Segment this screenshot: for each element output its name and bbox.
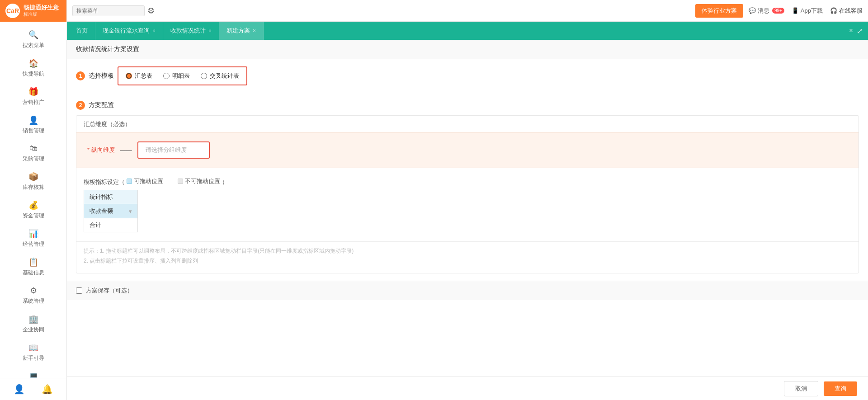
- step1-label: 选择模板: [89, 72, 114, 80]
- cancel-button[interactable]: 取消: [784, 381, 818, 396]
- download-button[interactable]: 📱 App下载: [792, 7, 823, 15]
- movable-legend-dot: [127, 179, 132, 184]
- fixed-legend-label: 不可拖动位置: [185, 177, 220, 185]
- legend-separator: [167, 179, 173, 185]
- breadcrumb-area: ⚙: [72, 5, 690, 16]
- tab-bank[interactable]: 现金银行流水查询×: [95, 22, 163, 40]
- sidebar-item-base-info[interactable]: 📋基础信息: [0, 253, 66, 281]
- sidebar-item-marketing[interactable]: 🎁营销推广: [0, 82, 66, 111]
- step1-badge: 1: [76, 71, 85, 80]
- template-radio-detail[interactable]: [163, 73, 170, 79]
- template-radio-cross[interactable]: [201, 73, 207, 79]
- industry-button[interactable]: 体验行业方案: [695, 4, 743, 18]
- sidebar-bottom-icon-1[interactable]: 👤: [14, 384, 25, 395]
- template-radio-summary[interactable]: [126, 73, 132, 79]
- bottom-bar: 取消 查询: [67, 376, 868, 400]
- sidebar-item-label: 营销推广: [23, 99, 44, 106]
- query-button[interactable]: 查询: [824, 381, 857, 396]
- tab-label: 现金银行流水查询: [103, 27, 150, 35]
- template-option-label-summary: 汇总表: [135, 72, 152, 80]
- sidebar-item-label: 资金管理: [23, 212, 44, 220]
- step2-badge: 2: [76, 101, 85, 110]
- sidebar-item-hardware[interactable]: 💻智能硬件: [0, 367, 66, 378]
- sidebar-item-guide[interactable]: 📖新手引导: [0, 338, 66, 367]
- service-button[interactable]: 🎧 在线客服: [830, 7, 863, 15]
- tip-line-1: 提示：1. 拖动标题栏可以调整布局，不可跨维度或指标区域拖动栏目字段(只能在同一…: [84, 246, 851, 256]
- sidebar-bottom: 👤 🔔: [0, 378, 66, 400]
- save-checkbox[interactable]: [76, 287, 82, 294]
- page-header: 收款情况统计方案设置: [67, 40, 868, 59]
- step1-title-row: 1 选择模板 汇总表明细表交叉统计表: [76, 66, 859, 85]
- marketing-icon: 🎁: [28, 87, 38, 97]
- sidebar-item-system[interactable]: ⚙系统管理: [0, 281, 66, 310]
- tab-expand-icon[interactable]: ⤢: [857, 27, 863, 35]
- topbar-right: 💬 消息 99+ 📱 App下载 🎧 在线客服: [749, 7, 863, 15]
- inventory-icon: 📦: [28, 172, 38, 182]
- tab-close-all-icon[interactable]: ×: [849, 27, 853, 35]
- gear-icon[interactable]: ⚙: [147, 6, 155, 16]
- sidebar-item-label: 新手引导: [23, 354, 44, 362]
- sidebar-item-label: 系统管理: [23, 297, 44, 305]
- template-option-label-detail: 明细表: [172, 72, 190, 80]
- sidebar-item-inventory[interactable]: 📦库存核算: [0, 167, 66, 196]
- sidebar-item-purchase[interactable]: 🛍采购管理: [0, 139, 66, 167]
- step1-section: 1 选择模板 汇总表明细表交叉统计表: [67, 59, 868, 99]
- tab-new-plan[interactable]: 新建方案×: [219, 22, 264, 40]
- main-content: 收款情况统计方案设置 1 选择模板 汇总表明细表交叉统计表 2 方案配置: [67, 40, 868, 376]
- logo-text: 畅捷通好生意: [24, 4, 59, 11]
- download-icon: 📱: [792, 7, 799, 14]
- step2-section: 2 方案配置 汇总维度（必选） * 纵向维度 —— 请选择分组维度: [67, 99, 868, 281]
- metrics-table: 统计指标 收款金额 ▾ 合计: [84, 190, 138, 232]
- step2-title-row: 2 方案配置: [76, 101, 859, 110]
- dim-arrow: ——: [120, 147, 132, 154]
- sidebar-item-finance[interactable]: 💰资金管理: [0, 196, 66, 224]
- tab-label: 收款情况统计: [170, 27, 206, 35]
- tab-close-new-plan[interactable]: ×: [253, 28, 256, 34]
- tab-label: 首页: [76, 27, 88, 35]
- corp-icon: 🏢: [28, 314, 38, 324]
- sidebar-item-operation[interactable]: 📊经营管理: [0, 224, 66, 253]
- base-info-icon: 📋: [28, 257, 38, 267]
- sidebar-item-label: 经营管理: [23, 240, 44, 248]
- hardware-icon: 💻: [28, 371, 38, 378]
- operation-icon: 📊: [28, 229, 38, 239]
- tab-close-bank[interactable]: ×: [152, 28, 156, 34]
- sales-icon: 👤: [28, 115, 38, 125]
- metrics-area: 模板指标设定（ 可拖动位置 不可拖动位置 ）: [76, 172, 859, 238]
- dim-row: * 纵向维度 —— 请选择分组维度: [87, 141, 848, 159]
- dim-section-label: 汇总维度（必选）: [76, 116, 859, 128]
- sidebar-item-corp[interactable]: 🏢企业协同: [0, 310, 66, 338]
- sidebar-bottom-icon-2[interactable]: 🔔: [42, 384, 53, 395]
- metrics-column-header[interactable]: 收款金额 ▾: [84, 204, 137, 218]
- finance-icon: 💰: [28, 200, 38, 210]
- dim-selector[interactable]: 请选择分组维度: [137, 141, 210, 159]
- step2-label: 方案配置: [89, 101, 114, 109]
- template-option-detail[interactable]: 明细表: [163, 72, 190, 80]
- sidebar-item-label: 企业协同: [23, 326, 44, 334]
- sidebar-item-label: 基础信息: [23, 269, 44, 277]
- sidebar-item-search[interactable]: 🔍搜索菜单: [0, 25, 66, 54]
- sidebar-item-label: 库存核算: [23, 184, 44, 191]
- sidebar: CaR 畅捷通好生意 标准版 🔍搜索菜单🏠快捷导航🎁营销推广👤销售管理🛍采购管理…: [0, 0, 67, 400]
- logo-sub: 标准版: [24, 11, 59, 18]
- template-option-label-cross: 交叉统计表: [210, 72, 239, 80]
- logo-icon: CaR: [5, 4, 20, 18]
- tab-home[interactable]: 首页: [67, 22, 95, 40]
- sidebar-item-quick-nav[interactable]: 🏠快捷导航: [0, 54, 66, 82]
- movable-legend-label: 可拖动位置: [134, 177, 163, 185]
- metrics-table-header: 统计指标: [84, 190, 137, 204]
- message-button[interactable]: 💬 消息 99+: [749, 7, 784, 15]
- search-input[interactable]: [72, 5, 145, 16]
- tab-close-receipt[interactable]: ×: [208, 28, 212, 34]
- sidebar-item-label: 采购管理: [23, 155, 44, 163]
- message-badge: 99+: [772, 8, 784, 14]
- tabs-right-controls: × ⤢: [849, 22, 868, 40]
- template-option-cross[interactable]: 交叉统计表: [201, 72, 239, 80]
- metrics-dropdown-icon[interactable]: ▾: [129, 208, 132, 215]
- tab-receipt[interactable]: 收款情况统计×: [163, 22, 219, 40]
- sidebar-item-sales[interactable]: 👤销售管理: [0, 111, 66, 139]
- purchase-icon: 🛍: [29, 144, 38, 153]
- sidebar-nav: 🔍搜索菜单🏠快捷导航🎁营销推广👤销售管理🛍采购管理📦库存核算💰资金管理📊经营管理…: [0, 22, 66, 378]
- template-option-summary[interactable]: 汇总表: [126, 72, 152, 80]
- tabs-bar: 首页现金银行流水查询×收款情况统计×新建方案× × ⤢: [67, 22, 868, 40]
